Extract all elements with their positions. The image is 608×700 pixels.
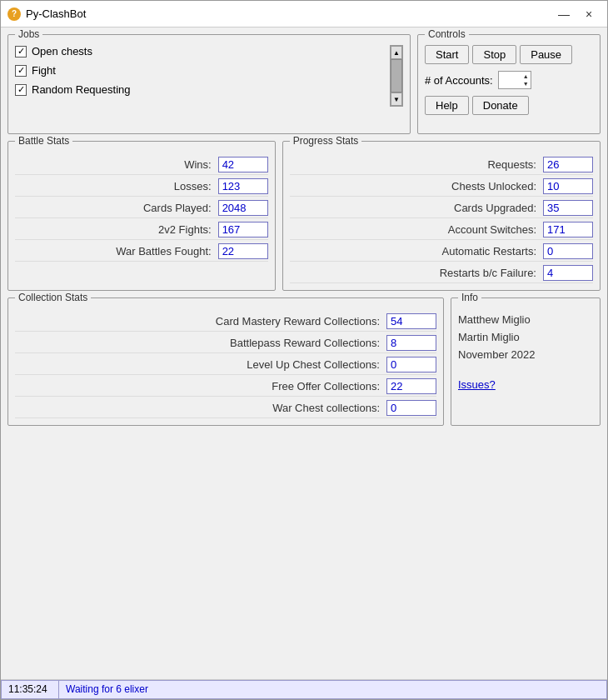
losses-label: Losses: [174,180,212,192]
controls-group-title: Controls [425,28,469,40]
restarts-failure-label: Restarts b/c Failure: [440,267,536,279]
table-row: War Chest collections: 0 [15,398,436,418]
start-button[interactable]: Start [425,45,469,64]
table-row: 2v2 Fights: 167 [15,220,268,240]
auto-restarts-label: Automatic Restarts: [442,245,536,258]
collection-stats-grid: Card Mastery Reward Collections: 54 Batt… [15,312,436,418]
jobs-group-title: Jobs [15,28,42,40]
spinner-down-icon[interactable]: ▼ [523,80,529,88]
jobs-content: Open chests Fight Random Requesting ▲ [15,45,403,107]
random-requesting-checkbox[interactable] [15,84,27,96]
account-switches-value: 171 [543,222,593,238]
status-message: Waiting for 6 elixer [59,680,607,699]
battlepass-label: Battlepass Reward Collections: [230,337,380,349]
app-icon: ? [7,8,21,21]
requests-value: 26 [543,157,593,172]
window-content: Jobs Open chests Fight Rando [1,28,607,679]
info-line-1: Matthew Miglio [458,312,593,329]
2v2-fights-value: 167 [218,222,268,238]
bottom-row: Collection Stats Card Mastery Reward Col… [7,298,601,426]
scrollbar-up-button[interactable]: ▲ [391,46,402,59]
help-button[interactable]: Help [425,96,469,115]
minimize-button[interactable]: — [552,5,576,23]
list-item: Open chests [15,45,386,58]
account-switches-label: Account Switches: [448,223,536,236]
battlepass-value: 8 [386,335,436,351]
chests-unlocked-label: Chests Unlocked: [451,180,536,192]
info-group: Info Matthew Miglio Martin Miglio Novemb… [451,298,601,426]
jobs-scrollbar[interactable]: ▲ ▼ [390,45,403,107]
auto-restarts-value: 0 [543,243,593,259]
controls-group: Controls Start Stop Pause # of Accounts:… [417,34,601,134]
status-time: 11:35:24 [1,680,59,699]
table-row: Cards Upgraded: 35 [290,198,593,218]
fight-checkbox[interactable] [15,65,27,77]
wins-value: 42 [218,157,268,172]
scrollbar-track [391,59,402,92]
open-chests-label: Open chests [32,45,92,58]
list-item: Fight [15,64,386,77]
free-offer-value: 22 [386,378,436,394]
status-bar: 11:35:24 Waiting for 6 elixer [1,679,607,699]
info-line-2: Martin Miglio [458,329,593,347]
cards-played-value: 2048 [218,200,268,216]
cards-upgraded-value: 35 [543,200,593,216]
accounts-input[interactable]: ▲ ▼ [498,71,531,89]
accounts-row: # of Accounts: ▲ ▼ [425,71,593,89]
table-row: Account Switches: 171 [290,220,593,240]
losses-value: 123 [218,178,268,194]
requests-label: Requests: [487,158,536,171]
collection-stats-group: Collection Stats Card Mastery Reward Col… [7,298,444,426]
accounts-spinner[interactable]: ▲ ▼ [523,72,529,88]
scrollbar-thumb[interactable] [391,59,402,92]
fight-label: Fight [32,64,56,77]
table-row: Losses: 123 [15,177,268,197]
battle-stats-group: Battle Stats Wins: 42 Losses: 123 Cards … [7,141,276,291]
level-up-label: Level Up Chest Collections: [247,358,380,371]
jobs-group: Jobs Open chests Fight Rando [7,34,411,134]
issues-link[interactable]: Issues? [458,377,593,394]
table-row: Cards Played: 2048 [15,198,268,218]
progress-stats-grid: Requests: 26 Chests Unlocked: 10 Cards U… [290,155,593,283]
spinner-up-icon[interactable]: ▲ [523,72,529,80]
war-chest-label: War Chest collections: [272,402,380,414]
progress-stats-group: Progress Stats Requests: 26 Chests Unloc… [282,141,601,291]
pause-button[interactable]: Pause [520,45,572,64]
info-content: Matthew Miglio Martin Miglio November 20… [458,312,593,394]
level-up-value: 0 [386,357,436,372]
info-group-title: Info [458,292,481,303]
stop-button[interactable]: Stop [472,45,516,64]
progress-stats-title: Progress Stats [290,135,362,147]
help-donate-row: Help Donate [425,96,593,115]
table-row: War Battles Fought: 22 [15,242,268,262]
table-row: Level Up Chest Collections: 0 [15,355,436,375]
donate-button[interactable]: Donate [472,96,529,115]
table-row: Automatic Restarts: 0 [290,242,593,262]
cards-upgraded-label: Cards Upgraded: [454,202,536,214]
card-mastery-value: 54 [386,313,436,329]
list-item: Random Requesting [15,83,386,96]
free-offer-label: Free Offer Collections: [272,380,380,392]
title-bar: ? Py-ClashBot — × [1,1,607,28]
2v2-fights-label: 2v2 Fights: [158,223,212,236]
table-row: Free Offer Collections: 22 [15,377,436,397]
cards-played-label: Cards Played: [143,202,212,214]
close-button[interactable]: × [577,5,601,23]
battle-stats-grid: Wins: 42 Losses: 123 Cards Played: 2048 … [15,155,268,262]
table-row: Requests: 26 [290,155,593,175]
scrollbar-down-button[interactable]: ▼ [391,92,402,106]
collection-stats-title: Collection Stats [15,292,91,303]
start-stop-row: Start Stop Pause [425,45,593,64]
battle-stats-title: Battle Stats [15,135,72,147]
wins-label: Wins: [184,158,212,171]
table-row: Chests Unlocked: 10 [290,177,593,197]
random-requesting-label: Random Requesting [32,83,131,96]
main-window: ? Py-ClashBot — × Jobs Open chests [0,0,608,700]
table-row: Restarts b/c Failure: 4 [290,263,593,283]
restarts-failure-value: 4 [543,265,593,281]
middle-row: Battle Stats Wins: 42 Losses: 123 Cards … [7,141,601,291]
info-line-3: November 2022 [458,347,593,364]
open-chests-checkbox[interactable] [15,46,27,58]
table-row: Battlepass Reward Collections: 8 [15,333,436,353]
chests-unlocked-value: 10 [543,178,593,194]
